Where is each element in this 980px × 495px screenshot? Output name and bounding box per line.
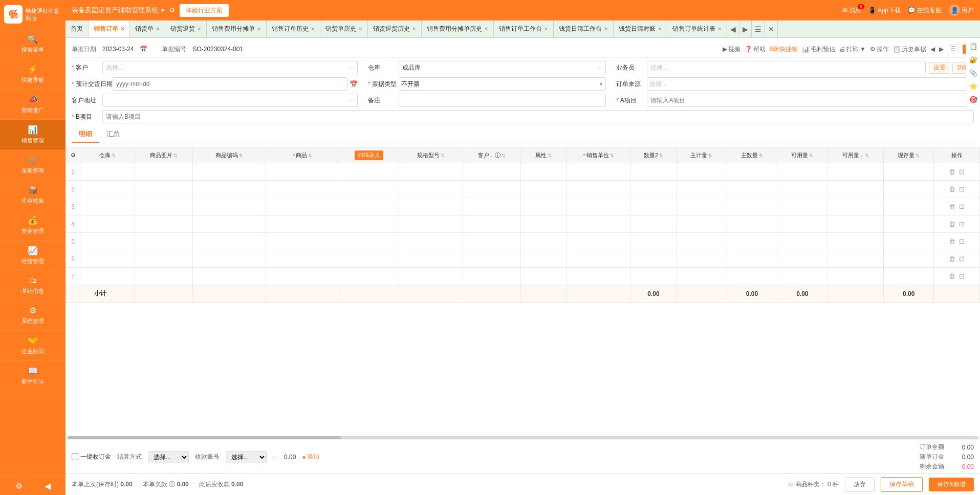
tab-sales-expense[interactable]: 销售费用分摊单 ✕	[207, 20, 267, 37]
tab-summary[interactable]: 汇总	[99, 126, 127, 143]
col-header-main-qty[interactable]: 主数量⇅	[727, 148, 777, 163]
row-5-copy-icon[interactable]: ⊡	[959, 238, 965, 245]
row-1-available2[interactable]	[827, 163, 883, 181]
row-2-main-unit[interactable]	[677, 181, 727, 198]
row-4-customer-code[interactable]	[463, 216, 521, 233]
row-7-customer-code[interactable]	[463, 268, 521, 285]
discard-button[interactable]: 放弃	[845, 477, 875, 492]
col-header-current[interactable]: 现存量⇅	[883, 148, 933, 163]
tab-return-history[interactable]: 销货退货历史 ✕	[368, 20, 422, 37]
warehouse-select[interactable]: 成品库 ···	[399, 61, 606, 74]
app-download-btn[interactable]: 📱 App下载	[868, 6, 901, 15]
tab-sales-order-history[interactable]: 销售订单历史 ✕	[267, 20, 320, 37]
sidebar-item-purchase[interactable]: 🛒 采购管理	[0, 150, 66, 180]
date-value[interactable]: 2023-03-24	[102, 46, 134, 53]
row-3-product[interactable]	[266, 198, 339, 216]
row-4-warehouse[interactable]	[80, 216, 135, 233]
row-6-available2[interactable]	[827, 250, 883, 268]
row-1-warehouse[interactable]	[80, 163, 135, 181]
row-7-qty2[interactable]	[630, 268, 676, 285]
row-1-unit[interactable]	[567, 163, 630, 181]
save-draft-button[interactable]: 保存草稿	[881, 477, 923, 492]
warehouse-ellipsis[interactable]: ···	[597, 64, 602, 71]
horizontal-scrollbar[interactable]	[66, 436, 980, 440]
row-6-product[interactable]	[266, 250, 339, 268]
account-ellipsis[interactable]: ···	[273, 454, 278, 461]
col-header-img[interactable]: 商品图片⇅	[135, 148, 193, 163]
settings-button[interactable]: 设置	[929, 62, 950, 74]
row-2-qty2[interactable]	[630, 181, 676, 198]
row-2-customer-code[interactable]	[463, 181, 521, 198]
row-7-spec[interactable]	[399, 268, 463, 285]
tab-close-return-history[interactable]: ✕	[412, 26, 416, 32]
panel-btn-3[interactable]: 📎	[967, 67, 979, 79]
row-7-product[interactable]	[266, 268, 339, 285]
row-5-product[interactable]	[266, 233, 339, 250]
row-6-code[interactable]	[193, 250, 266, 268]
quick-receive-label[interactable]: 一键收订金	[72, 453, 111, 461]
panel-btn-1[interactable]: 📋	[967, 40, 979, 52]
sidebar-item-inventory[interactable]: 📦 库存核算	[0, 180, 66, 210]
customer-ellipsis[interactable]: ···	[349, 64, 354, 71]
address-ellipsis[interactable]: ···	[349, 97, 354, 104]
tab-close-expense-history[interactable]: ✕	[484, 26, 488, 32]
sidebar-item-marketing[interactable]: 📣 营销推广	[0, 90, 66, 120]
row-4-available[interactable]	[777, 216, 827, 233]
row-7-img[interactable]	[135, 268, 193, 285]
row-6-available[interactable]	[777, 250, 827, 268]
row-1-main-qty[interactable]	[727, 163, 777, 181]
quick-receive-checkbox[interactable]	[72, 454, 78, 460]
scan-btn[interactable]: 扫码录入	[355, 150, 383, 160]
col-header-attr[interactable]: 属性⇅	[521, 148, 567, 163]
tab-close-sales-return[interactable]: ✕	[197, 26, 201, 32]
row-7-attr[interactable]	[521, 268, 567, 285]
row-2-available[interactable]	[777, 181, 827, 198]
row-5-main-qty[interactable]	[727, 233, 777, 250]
salesperson-select[interactable]: 选择...	[647, 61, 926, 74]
row-4-product[interactable]	[266, 216, 339, 233]
row-3-warehouse[interactable]	[80, 198, 135, 216]
note-input[interactable]	[399, 94, 606, 107]
row-2-product[interactable]	[266, 181, 339, 198]
row-6-unit[interactable]	[567, 250, 630, 268]
row-7-copy-icon[interactable]: ⊡	[959, 272, 965, 280]
tab-home[interactable]: 首页	[66, 20, 89, 37]
row-2-copy-icon[interactable]: ⊡	[959, 185, 965, 193]
row-3-main-qty[interactable]	[727, 198, 777, 216]
row-1-img[interactable]	[135, 163, 193, 181]
row-1-attr[interactable]	[521, 163, 567, 181]
row-3-img[interactable]	[135, 198, 193, 216]
row-4-available2[interactable]	[827, 216, 883, 233]
sidebar-item-sales[interactable]: 📊 销售管理	[0, 120, 66, 150]
nav-left-btn[interactable]: ◀	[930, 46, 935, 53]
user-btn[interactable]: 👤 用户	[949, 5, 974, 16]
panel-btn-5[interactable]: 🎯	[967, 93, 979, 105]
print-btn[interactable]: 🖨 打印 ▼	[839, 45, 866, 54]
tab-sales-stats[interactable]: 销售订单统计表 ✕	[667, 20, 727, 37]
account-select[interactable]: 选择...	[226, 451, 267, 463]
row-6-warehouse[interactable]	[80, 250, 135, 268]
col-header-main-unit[interactable]: 主计量⇅	[677, 148, 727, 163]
row-6-spec[interactable]	[399, 250, 463, 268]
row-2-current[interactable]	[883, 181, 933, 198]
profit-btn[interactable]: 📊 毛利预估	[802, 45, 835, 54]
tab-sales-goods-history[interactable]: 销货单历史 ✕	[320, 20, 368, 37]
row-3-copy-icon[interactable]: ⊡	[959, 203, 965, 210]
col-header-customer-code[interactable]: 客户...ⓘ⇅	[463, 148, 521, 163]
row-4-qty2[interactable]	[630, 216, 676, 233]
tab-sales-order[interactable]: 销售订单 ✕	[89, 20, 130, 37]
row-5-current[interactable]	[883, 233, 933, 250]
row-4-copy-icon[interactable]: ⊡	[959, 220, 965, 228]
order-source-select[interactable]: 选择... ▼	[647, 77, 974, 91]
col-header-available[interactable]: 可用量⇅	[777, 148, 827, 163]
tab-daily-reconcile[interactable]: 钱货日清对账 ✕	[614, 20, 667, 37]
row-2-main-qty[interactable]	[727, 181, 777, 198]
tab-expense-history[interactable]: 销售费用分摊单历史 ✕	[422, 20, 494, 37]
row-6-current[interactable]	[883, 250, 933, 268]
tab-sales-goods[interactable]: 销货单 ✕	[130, 20, 165, 37]
row-1-spec[interactable]	[399, 163, 463, 181]
row-6-copy-icon[interactable]: ⊡	[959, 255, 965, 263]
row-5-qty2[interactable]	[630, 233, 676, 250]
row-5-spec[interactable]	[399, 233, 463, 250]
col-header-unit[interactable]: *销售单位⇅	[567, 148, 630, 163]
